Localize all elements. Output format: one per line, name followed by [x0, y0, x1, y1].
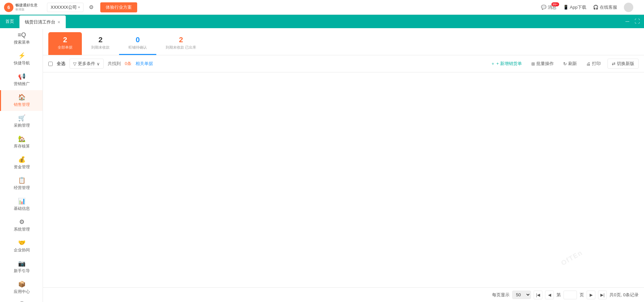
message-badge: 99+ — [551, 2, 559, 6]
sidebar-item-operations[interactable]: 📋 经营管理 — [0, 173, 43, 194]
sidebar-item-finance[interactable]: 💰 资金管理 — [0, 153, 43, 173]
sidebar-item-newguide[interactable]: 📷 新手引导 — [0, 256, 43, 277]
sidebar-item-wechat[interactable]: 💬 企业微信 — [0, 298, 43, 302]
page-label-end: 页 — [580, 292, 584, 298]
sidebar-item-search[interactable]: ≡Q 搜索菜单 — [0, 28, 43, 49]
tab-bar-right: ─ ⛶ — [624, 17, 644, 26]
select-all-checkbox[interactable] — [48, 62, 53, 66]
stats-tabs: 2 全部单据 2 到期未收款 0 旺铺待确认 2 到期未收款 已出库 — [48, 32, 639, 55]
sidebar-item-sales[interactable]: 🏠 销售管理 — [0, 90, 43, 111]
stat-overdue-number: 2 — [91, 36, 110, 44]
logo-badge: 标准版 — [15, 7, 38, 12]
basicinfo-icon: 📊 — [18, 197, 25, 205]
prev-page-button[interactable]: ◀ — [545, 291, 554, 299]
main-layout: ≡Q 搜索菜单 ⚡ 快捷导航 📢 营销推广 🏠 销售管理 🛒 采购管理 🏡 库存… — [0, 28, 644, 302]
tab-workspace-label: 钱货日清工作台 — [25, 19, 55, 25]
found-count: 0条 — [125, 61, 131, 67]
per-page-select[interactable]: 50 100 200 — [512, 291, 531, 299]
filter-button[interactable]: ▽ 更多条件 ∨ — [69, 59, 104, 69]
add-sales-order-label: + 新增销货单 — [496, 61, 522, 67]
enterprise-icon: 🤝 — [18, 239, 25, 246]
stat-wangpu-label: 旺铺待确认 — [128, 45, 147, 50]
company-name: XXXXXX公司 — [51, 4, 77, 10]
top-header: 6 畅捷通好生意 标准版 XXXXXX公司 ▾ ⚙ 体验行业方案 💬 消息 99… — [0, 0, 644, 15]
settings-icon[interactable]: ⚙ — [86, 2, 96, 12]
service-icon: 🎧 — [593, 5, 598, 10]
sidebar-item-basicinfo[interactable]: 📊 基础信息 — [0, 194, 43, 215]
sidebar-item-sales-label: 销售管理 — [14, 102, 30, 108]
add-icon: ＋ — [491, 61, 495, 67]
sidebar-item-appcenter-label: 应用中心 — [14, 289, 30, 295]
appcenter-icon: 📦 — [18, 281, 25, 288]
stat-tab-wangpu[interactable]: 0 旺铺待确认 — [119, 32, 156, 55]
sidebar-item-newguide-label: 新手引导 — [14, 268, 30, 274]
sidebar-item-enterprise-label: 企业协同 — [14, 247, 30, 253]
sidebar-item-appcenter[interactable]: 📦 应用中心 — [0, 277, 43, 298]
company-selector[interactable]: XXXXXX公司 ▾ — [47, 3, 84, 12]
stats-bar: 2 全部单据 2 到期未收款 0 旺铺待确认 2 到期未收款 已出库 — [43, 28, 644, 55]
sidebar-item-marketing[interactable]: 📢 营销推广 — [0, 69, 43, 90]
system-icon: ⚙ — [19, 218, 24, 226]
sidebar-item-quicknav[interactable]: ⚡ 快捷导航 — [0, 49, 43, 69]
sidebar-item-inventory[interactable]: 🏡 库存核算 — [0, 132, 43, 153]
stat-tab-shipped[interactable]: 2 到期未收款 已出库 — [156, 32, 206, 55]
trial-button[interactable]: 体验行业方案 — [100, 2, 137, 12]
sidebar-item-quicknav-label: 快捷导航 — [14, 60, 30, 66]
sidebar-item-search-label: 搜索菜单 — [14, 40, 30, 45]
tab-home-label: 首页 — [5, 18, 14, 24]
next-page-button[interactable]: ▶ — [587, 291, 595, 299]
sidebar-item-purchase[interactable]: 🛒 采购管理 — [0, 111, 43, 132]
operations-icon: 📋 — [18, 177, 25, 184]
switch-label: 切换新版 — [617, 61, 634, 67]
add-sales-order-button[interactable]: ＋ + 新增销货单 — [488, 59, 525, 68]
tab-workspace[interactable]: 钱货日清工作台 ✕ — [19, 15, 66, 29]
sidebar-item-system[interactable]: ⚙ 系统管理 — [0, 215, 43, 236]
switch-version-button[interactable]: ⇄ 切换新版 — [607, 59, 639, 69]
refresh-icon: ↻ — [563, 61, 567, 66]
newguide-icon: 📷 — [18, 260, 25, 267]
sidebar-item-operations-label: 经营管理 — [14, 185, 30, 191]
filter-icon: ▽ — [73, 61, 76, 66]
avatar[interactable] — [624, 3, 633, 12]
purchase-icon: 🛒 — [18, 114, 25, 122]
switch-icon: ⇄ — [612, 61, 615, 66]
print-button[interactable]: 🖨 打印 — [584, 59, 603, 68]
stat-shipped-number: 2 — [166, 36, 196, 44]
sidebar-item-system-label: 系统管理 — [14, 227, 30, 232]
sidebar-item-marketing-label: 营销推广 — [14, 81, 30, 87]
filter-label: 更多条件 — [78, 61, 95, 67]
last-page-button[interactable]: ▶| — [598, 291, 607, 299]
first-page-button[interactable]: |◀ — [534, 291, 542, 299]
sidebar-item-finance-label: 资金管理 — [14, 164, 30, 170]
stat-all-label: 全部单据 — [58, 45, 72, 50]
marketing-icon: 📢 — [18, 73, 25, 80]
sidebar-item-inventory-label: 库存核算 — [14, 143, 30, 149]
tab-close-icon[interactable]: ✕ — [57, 20, 60, 24]
related-link[interactable]: 相关单据 — [136, 61, 153, 67]
refresh-button[interactable]: ↻ 刷新 — [560, 59, 580, 68]
page-label: 第 — [556, 292, 561, 298]
download-icon: 📱 — [563, 5, 569, 10]
table-area — [43, 72, 644, 287]
stat-shipped-label: 到期未收款 已出库 — [166, 45, 196, 50]
app-download-action[interactable]: 📱 App下载 — [563, 4, 586, 10]
online-service-label: 在线客服 — [600, 4, 617, 10]
logo-area: 6 畅捷通好生意 标准版 — [4, 3, 47, 12]
tab-minimize-icon[interactable]: ─ — [624, 17, 631, 26]
message-action[interactable]: 💬 消息 99+ — [541, 4, 556, 10]
page-number-input[interactable]: 1 — [564, 291, 577, 299]
total-info: 共0页, 0条记录 — [609, 292, 639, 298]
stat-tab-overdue[interactable]: 2 到期未收款 — [82, 32, 119, 55]
sidebar-item-purchase-label: 采购管理 — [14, 123, 30, 128]
stat-tab-all[interactable]: 2 全部单据 — [48, 32, 82, 55]
batch-icon: ⊞ — [531, 61, 535, 66]
tab-home[interactable]: 首页 — [0, 15, 19, 28]
search-menu-icon: ≡Q — [18, 32, 26, 39]
batch-operation-button[interactable]: ⊞ 批量操作 — [529, 59, 556, 68]
finance-icon: 💰 — [18, 156, 25, 163]
online-service-action[interactable]: 🎧 在线客服 — [593, 4, 617, 10]
sidebar-item-enterprise[interactable]: 🤝 企业协同 — [0, 236, 43, 256]
tab-maximize-icon[interactable]: ⛶ — [633, 17, 641, 26]
found-prefix: 共找到 — [108, 61, 121, 67]
header-right: 💬 消息 99+ 📱 App下载 🎧 在线客服 — [541, 3, 640, 12]
